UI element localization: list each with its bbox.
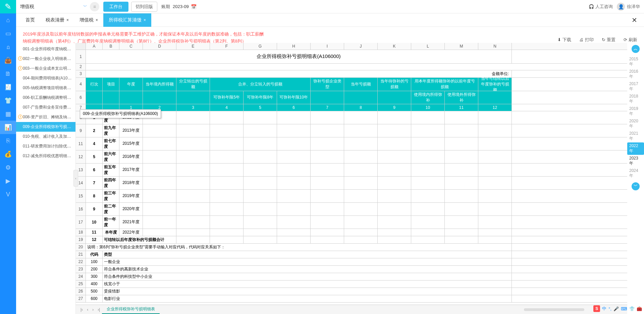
sheet-item-11[interactable]: 012-减免所得税优惠明细表(... <box>16 151 75 161</box>
cell[interactable] <box>411 177 445 189</box>
row-header[interactable]: 1 <box>76 50 86 63</box>
cell[interactable] <box>277 190 311 202</box>
cell[interactable]: 2015年度 <box>119 137 143 150</box>
cell[interactable]: 当年亏损额 <box>344 78 378 91</box>
row-header[interactable]: 27 <box>76 295 86 302</box>
ime-voice-icon[interactable]: 🎤 <box>613 306 619 311</box>
cell[interactable] <box>311 164 344 176</box>
row-header[interactable]: 15 <box>76 190 86 202</box>
cell[interactable] <box>445 229 478 236</box>
cell[interactable] <box>478 177 512 189</box>
cell[interactable] <box>277 203 311 215</box>
cell[interactable]: 7 <box>86 177 103 189</box>
tab-close-icon[interactable]: × <box>96 18 98 22</box>
row-header[interactable]: 9 <box>76 124 86 137</box>
ime-lang[interactable]: 中 <box>602 306 606 312</box>
row-header[interactable]: 2 <box>76 64 86 70</box>
cell[interactable] <box>244 177 277 189</box>
cell[interactable] <box>311 91 344 104</box>
year-2017年[interactable]: 2017年 <box>627 80 644 93</box>
cell[interactable]: 2020年度 <box>119 203 143 215</box>
unit-label[interactable]: 金额单位: <box>86 70 512 77</box>
bag-icon[interactable]: 👜 <box>0 54 16 67</box>
cell[interactable] <box>311 177 344 189</box>
cell[interactable] <box>311 216 344 229</box>
cell[interactable] <box>210 229 244 236</box>
cell[interactable] <box>176 236 210 243</box>
cell[interactable] <box>86 91 103 104</box>
col-header[interactable]: L <box>411 43 445 50</box>
cell[interactable] <box>244 111 277 124</box>
row-header[interactable]: 12 <box>76 150 86 163</box>
cell[interactable]: 7 <box>311 104 344 111</box>
col-header[interactable]: C <box>119 43 143 50</box>
cell[interactable] <box>244 203 277 215</box>
cell[interactable]: 600 <box>86 295 103 302</box>
cell[interactable] <box>344 137 378 150</box>
cell[interactable] <box>143 203 176 215</box>
reset-button[interactable]: ↻ 重置 <box>602 37 615 43</box>
cell[interactable]: 符合条件的高新技术企业 <box>103 266 512 273</box>
cell[interactable] <box>344 150 378 163</box>
cell[interactable]: 5 <box>86 150 103 163</box>
cell[interactable]: 2016年度 <box>119 150 143 163</box>
cell[interactable]: 4 <box>86 137 103 150</box>
ime-logo-icon[interactable]: S <box>593 305 600 312</box>
cell[interactable]: 年度 <box>119 78 143 91</box>
cell[interactable] <box>311 190 344 202</box>
col-header[interactable]: D <box>143 43 176 50</box>
sheet-item-5[interactable]: 006-职工薪酬纳税调整明细... <box>16 93 75 103</box>
cell[interactable] <box>378 229 411 236</box>
col-header[interactable]: F <box>210 43 244 50</box>
cell[interactable]: 前二年度 <box>103 203 119 215</box>
cell[interactable] <box>378 111 411 124</box>
cell[interactable] <box>411 164 445 176</box>
cell[interactable] <box>244 190 277 202</box>
cell[interactable] <box>378 137 411 150</box>
cell[interactable] <box>311 124 344 137</box>
cell[interactable] <box>445 216 478 229</box>
refresh-button[interactable]: ⟳ 刷新 <box>624 37 637 43</box>
cell[interactable]: 2022年度 <box>119 229 143 236</box>
collapse-handle[interactable]: ‹ <box>73 170 78 187</box>
cell[interactable]: 本年度 <box>103 229 119 236</box>
sheet-item-3[interactable]: 004-期间费用明细表(A1040... <box>16 73 75 83</box>
cell[interactable] <box>311 150 344 163</box>
cell[interactable]: 9 <box>378 104 411 111</box>
cell[interactable] <box>478 137 512 150</box>
col-header[interactable]: A <box>86 43 103 50</box>
sheet-next-icon[interactable]: › <box>90 307 96 312</box>
cell[interactable]: 10 <box>86 216 103 229</box>
tab-1[interactable]: 税表清册× <box>40 13 74 27</box>
sheet-item-8[interactable]: 009-企业所得税弥补亏损明... <box>16 122 75 132</box>
sheet-prev-icon[interactable]: ‹ <box>85 307 90 312</box>
cell[interactable] <box>445 177 478 189</box>
zoom-slider[interactable] <box>524 308 584 311</box>
sheet-tab-active[interactable]: 企业所得税弥补亏损明细表 <box>102 305 160 314</box>
cell[interactable]: 前七年度 <box>103 137 119 150</box>
row-header[interactable]: 17 <box>76 216 86 229</box>
cell[interactable] <box>176 111 210 124</box>
sheet-item-2[interactable]: 003-一般企业成本支出明细... <box>16 64 75 73</box>
cell[interactable] <box>311 111 344 124</box>
cell[interactable] <box>210 111 244 124</box>
consult-link[interactable]: 🎧 人工咨询 <box>589 4 613 10</box>
row-header[interactable]: 19 <box>76 236 86 243</box>
cell[interactable] <box>344 216 378 229</box>
cell[interactable] <box>445 203 478 215</box>
cell[interactable]: 6 <box>86 164 103 176</box>
cell[interactable]: 8 <box>344 104 378 111</box>
cell[interactable] <box>143 150 176 163</box>
cell[interactable] <box>478 164 512 176</box>
cell[interactable] <box>210 164 244 176</box>
cell[interactable]: 2021年度 <box>119 216 143 229</box>
row-header[interactable]: 18 <box>76 229 86 236</box>
cell[interactable]: 可弥补年限10年 <box>277 91 311 104</box>
col-header[interactable]: N <box>478 43 512 50</box>
cell[interactable] <box>411 229 445 236</box>
cell[interactable] <box>478 150 512 163</box>
cell[interactable] <box>244 216 277 229</box>
home-icon[interactable]: ⌂ <box>0 13 16 27</box>
year-2024年[interactable]: 2024年 <box>627 167 644 180</box>
cell[interactable]: 100 <box>86 258 103 265</box>
